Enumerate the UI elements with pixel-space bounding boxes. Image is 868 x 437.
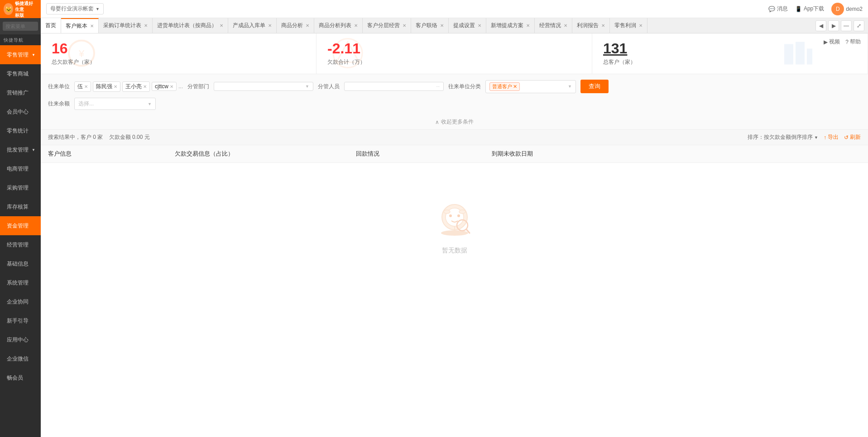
message-btn[interactable]: 💬 消息 <box>768 5 788 13</box>
filter-person-select[interactable]: ··· <box>344 82 444 91</box>
export-button[interactable]: ↑ 导出 <box>824 133 839 141</box>
sidebar-item-marketing[interactable]: 营销推广 <box>0 83 41 102</box>
tab-retail-profit-close[interactable]: ✕ <box>639 23 643 28</box>
filter-dept-select[interactable]: ▼ <box>214 82 313 91</box>
sidebar-item-purchase[interactable]: 采购管理 <box>0 178 41 197</box>
tab-new-promo-close[interactable]: ✕ <box>526 23 530 28</box>
tab-profit-report-label: 利润报告 <box>577 22 599 29</box>
tab-product-analysis-list-close[interactable]: ✕ <box>354 23 358 28</box>
sidebar-item-system-label: 系统管理 <box>7 279 29 287</box>
tab-purchase-stats[interactable]: 进货单统计表（按商品） ✕ <box>153 18 228 33</box>
tab-profit-report[interactable]: 利润报告 ✕ <box>572 18 610 33</box>
table-col-customer-info: 客户信息 <box>48 150 175 158</box>
sidebar-item-retail-manage[interactable]: 零售管理 ▼ <box>0 45 41 64</box>
tab-home[interactable]: 首页 <box>41 18 61 33</box>
tab-purchase-stats-close[interactable]: ✕ <box>220 23 223 28</box>
tab-product-in-close[interactable]: ✕ <box>268 23 272 28</box>
filter-tag-wu-close[interactable]: ✕ <box>84 84 88 89</box>
tab-business-status[interactable]: 经营情况 ✕ <box>535 18 572 33</box>
filter-tag-wang-close[interactable]: ✕ <box>143 84 147 89</box>
empty-state: 暂无数据 <box>41 163 868 291</box>
sidebar-item-vip[interactable]: 畅会员 <box>0 368 41 387</box>
stat-ar-customers-label: 总欠款客户（家） <box>52 58 95 66</box>
message-icon: 💬 <box>768 6 775 12</box>
filter-tag-chen-close[interactable]: ✕ <box>114 84 117 89</box>
tab-business-status-close[interactable]: ✕ <box>564 23 567 28</box>
filter-balance-dropdown-icon: ▼ <box>148 102 152 106</box>
tab-maximize[interactable]: ⤢ <box>854 20 864 31</box>
sidebar-item-retail-stats[interactable]: 零售统计 <box>0 121 41 140</box>
sidebar-item-retail-shop[interactable]: 零售商城 <box>0 64 41 83</box>
tab-customer-contact[interactable]: 客户联络 ✕ <box>411 18 449 33</box>
sidebar-item-member[interactable]: 会员中心 <box>0 102 41 121</box>
tab-ar-close[interactable]: ✕ <box>90 24 94 28</box>
filter-balance-select[interactable]: 选择... ▼ <box>74 98 156 110</box>
sidebar-item-ops[interactable]: 经营管理 <box>0 235 41 254</box>
filter-tag-wu-label: 伍 <box>77 83 83 90</box>
result-ar-unit: 元 <box>144 134 150 140</box>
sidebar-item-retail-shop-label: 零售商城 <box>7 70 29 78</box>
tab-ar-label: 客户账本 <box>66 22 87 30</box>
table-col-repayment: 回款情况 <box>356 150 492 158</box>
search-menu-input[interactable] <box>3 22 38 31</box>
tab-customer-tier[interactable]: 客户分层经营 ✕ <box>363 18 411 33</box>
result-prefix: 搜索结果中，客户 <box>48 134 91 140</box>
filter-tag-chen: 陈民强 ✕ <box>93 81 120 92</box>
tab-product-analysis[interactable]: 商品分析 ✕ <box>277 18 314 33</box>
refresh-button[interactable]: ↺ 刷新 <box>844 133 861 141</box>
sidebar-item-guide[interactable]: 新手引导 <box>0 311 41 330</box>
stat-card-ar-amount: -2.11 欠款合计（万） <box>317 33 592 74</box>
selected-category-close[interactable]: ✕ <box>513 84 517 90</box>
tab-scroll-left[interactable]: ◀ <box>815 20 826 31</box>
tab-purchase-order[interactable]: 采购订单统计表 ✕ <box>99 18 153 33</box>
tab-new-promo[interactable]: 新增提成方案 ✕ <box>486 18 535 33</box>
svg-point-11 <box>457 214 460 217</box>
sort-button[interactable]: 排序：按欠款金额倒序排序 ▼ <box>748 133 818 141</box>
filter-unit-tags: 伍 ✕ 陈民强 ✕ 王小亮 ✕ cjttcw ✕ ... <box>74 81 183 92</box>
account-selector[interactable]: 母婴行业演示帐套 ▼ <box>46 3 104 14</box>
sidebar-item-basic[interactable]: 基础信息 <box>0 254 41 273</box>
video-link[interactable]: ▶ 视频 <box>824 38 840 46</box>
sidebar-item-apps[interactable]: 应用中心 <box>0 330 41 349</box>
filter-tag-wang: 王小亮 ✕ <box>122 81 150 92</box>
tab-customer-contact-close[interactable]: ✕ <box>440 23 444 28</box>
sidebar-item-purchase-label: 采购管理 <box>7 184 29 192</box>
filter-more-btn[interactable]: ... <box>178 83 183 90</box>
result-customer-count: 0 <box>93 134 96 140</box>
user-menu[interactable]: D demo2 <box>831 3 863 15</box>
tab-purchase-order-close[interactable]: ✕ <box>144 23 148 28</box>
sidebar-item-finance[interactable]: 资金管理 <box>0 216 41 235</box>
filter-category-select[interactable]: 普通客户 ✕ ▼ <box>485 80 576 93</box>
sidebar-item-batch-manage[interactable]: 批发管理 ▼ <box>0 140 41 159</box>
sidebar-item-ecommerce-label: 电商管理 <box>7 165 29 173</box>
help-link[interactable]: ? 帮助 <box>845 38 861 46</box>
query-button[interactable]: 查询 <box>580 80 609 93</box>
tab-product-in[interactable]: 产成品入库单 ✕ <box>228 18 277 33</box>
collapse-filter-btn[interactable]: ∧ 收起更多条件 <box>48 114 861 129</box>
tab-product-analysis-list[interactable]: 商品分析列表 ✕ <box>314 18 363 33</box>
filter-dept-dropdown-icon: ▼ <box>305 84 309 89</box>
sidebar-item-inventory[interactable]: 库存核算 <box>0 197 41 216</box>
tab-profit-report-close[interactable]: ✕ <box>601 23 605 28</box>
tab-scroll-right[interactable]: ▶ <box>828 20 839 31</box>
app-download-btn[interactable]: 📱 App下载 <box>795 5 824 13</box>
tab-promo-settings[interactable]: 提成设置 ✕ <box>449 18 486 33</box>
tab-customer-tier-close[interactable]: ✕ <box>403 23 406 28</box>
refresh-label: 刷新 <box>850 133 861 141</box>
export-icon: ↑ <box>824 134 826 141</box>
tab-product-analysis-close[interactable]: ✕ <box>306 23 309 28</box>
sidebar-item-wechat[interactable]: 企业微信 <box>0 349 41 368</box>
sidebar-item-ecommerce[interactable]: 电商管理 <box>0 159 41 178</box>
tab-minimize[interactable]: — <box>841 20 852 31</box>
tab-ar[interactable]: 客户账本 ✕ <box>61 18 99 33</box>
filter-tag-cjttcw-close[interactable]: ✕ <box>170 84 173 89</box>
svg-point-12 <box>444 210 450 214</box>
sidebar-item-system[interactable]: 系统管理 <box>0 273 41 292</box>
filter-tag-wu: 伍 ✕ <box>74 81 91 92</box>
logo-text: 畅捷通好生意 标版 <box>15 0 37 18</box>
tab-home-label: 首页 <box>45 22 56 29</box>
sidebar-item-cooperation[interactable]: 企业协同 <box>0 292 41 311</box>
selected-category-tag: 普通客户 ✕ <box>489 82 520 91</box>
tab-retail-profit[interactable]: 零售利润 ✕ <box>610 18 647 33</box>
tab-promo-settings-close[interactable]: ✕ <box>478 23 481 28</box>
